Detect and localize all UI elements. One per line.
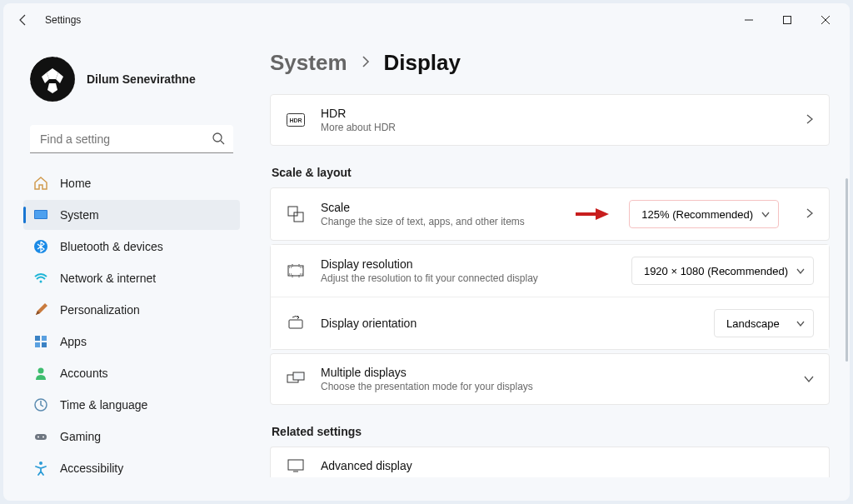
svg-point-21	[37, 437, 39, 438]
close-button[interactable]	[806, 7, 845, 33]
back-button[interactable]	[8, 5, 38, 35]
card-text: Display resolution Adjust the resolution…	[321, 257, 616, 284]
gamepad-icon	[33, 429, 48, 444]
scale-dropdown[interactable]: 125% (Recommended)	[629, 200, 779, 228]
nav-label: Accounts	[60, 367, 108, 380]
chevron-right-icon	[361, 56, 371, 71]
search-icon	[212, 132, 225, 148]
nav-label: Accessibility	[60, 462, 123, 475]
advanced-title: Advanced display	[321, 459, 814, 472]
svg-rect-27	[294, 212, 303, 222]
nav-label: Network & internet	[60, 272, 156, 285]
chevron-down-icon	[796, 317, 805, 330]
nav-label: Home	[60, 177, 91, 190]
settings-window: Settings Dilum Senevirathne	[3, 3, 850, 501]
nav-network[interactable]: Network & internet	[23, 263, 240, 293]
svg-line-9	[221, 141, 224, 144]
multiple-subtitle: Choose the presentation mode for your di…	[321, 381, 789, 392]
maximize-button[interactable]	[768, 7, 806, 33]
system-icon	[33, 207, 48, 222]
orientation-title: Display orientation	[321, 317, 699, 330]
svg-rect-29	[289, 320, 302, 328]
svg-point-13	[40, 281, 42, 283]
multiple-displays-icon	[286, 372, 306, 387]
hdr-icon: HDR	[286, 113, 306, 127]
advanced-display-row[interactable]: Advanced display	[270, 447, 830, 477]
nav-label: Time & language	[60, 398, 147, 412]
section-scale-layout: Scale & layout	[272, 166, 830, 179]
breadcrumb-current: Display	[384, 50, 461, 76]
multiple-title: Multiple displays	[321, 366, 789, 379]
search-input[interactable]	[30, 125, 233, 153]
resolution-icon	[286, 262, 306, 279]
sidebar: Dilum Senevirathne Home System	[3, 37, 250, 501]
nav-accounts[interactable]: Accounts	[23, 358, 240, 388]
search-box	[30, 125, 233, 153]
chevron-down-icon	[804, 372, 814, 387]
card-text: Display orientation	[321, 317, 699, 330]
svg-point-8	[213, 133, 222, 142]
scrollbar[interactable]	[846, 178, 848, 362]
resolution-row: Display resolution Adjust the resolution…	[271, 245, 829, 297]
person-icon	[33, 366, 48, 381]
svg-rect-14	[35, 336, 40, 341]
minimize-button[interactable]	[730, 7, 768, 33]
hdr-row[interactable]: HDR HDR More about HDR	[270, 94, 830, 146]
hdr-subtitle: More about HDR	[321, 122, 791, 133]
nav-bluetooth[interactable]: Bluetooth & devices	[23, 232, 240, 262]
svg-point-22	[42, 437, 44, 438]
chevron-down-icon	[761, 208, 770, 221]
content: Dilum Senevirathne Home System	[3, 37, 850, 501]
nav-label: System	[60, 208, 99, 222]
wifi-icon	[33, 271, 48, 286]
scale-row[interactable]: Scale Change the size of text, apps, and…	[270, 187, 830, 241]
nav-label: Apps	[60, 335, 87, 348]
section-related: Related settings	[272, 425, 830, 438]
profile-name: Dilum Senevirathne	[87, 72, 196, 86]
orientation-icon	[286, 315, 306, 332]
orientation-row: Display orientation Landscape	[271, 297, 829, 349]
main: System Display HDR HDR More about HDR Sc…	[250, 37, 850, 501]
annotation-arrow-icon	[576, 207, 609, 222]
nav: Home System Bluetooth & devices Network …	[23, 168, 240, 483]
bluetooth-icon	[33, 239, 48, 254]
nav-apps[interactable]: Apps	[23, 327, 240, 357]
resolution-dropdown[interactable]: 1920 × 1080 (Recommended)	[631, 257, 814, 285]
nav-gaming[interactable]: Gaming	[23, 422, 240, 452]
titlebar: Settings	[3, 3, 850, 37]
svg-rect-17	[42, 342, 47, 347]
avatar	[30, 57, 75, 102]
svg-text:HDR: HDR	[289, 117, 302, 123]
scale-title: Scale	[321, 201, 561, 214]
svg-rect-32	[288, 460, 303, 470]
card-text: Advanced display	[321, 459, 814, 472]
nav-label: Personalization	[60, 303, 140, 317]
card-text: Scale Change the size of text, apps, and…	[321, 201, 561, 227]
svg-rect-11	[35, 211, 47, 218]
orientation-dropdown[interactable]: Landscape	[714, 309, 814, 337]
apps-icon	[33, 334, 48, 349]
nav-label: Bluetooth & devices	[60, 240, 163, 253]
svg-rect-16	[35, 342, 40, 347]
profile[interactable]: Dilum Senevirathne	[23, 37, 240, 120]
breadcrumb-parent[interactable]: System	[270, 50, 347, 76]
breadcrumb: System Display	[270, 50, 830, 76]
multiple-displays-row[interactable]: Multiple displays Choose the presentatio…	[270, 353, 830, 405]
orientation-value: Landscape	[726, 317, 780, 330]
svg-point-23	[39, 462, 42, 465]
nav-personalization[interactable]: Personalization	[23, 295, 240, 325]
nav-label: Gaming	[60, 430, 101, 443]
svg-rect-26	[288, 207, 297, 216]
svg-rect-31	[293, 372, 304, 380]
chevron-right-icon	[806, 207, 814, 222]
chevron-down-icon	[796, 265, 805, 277]
resolution-value: 1920 × 1080 (Recommended)	[644, 265, 788, 277]
svg-point-18	[38, 368, 44, 374]
nav-home[interactable]: Home	[23, 168, 240, 198]
window-controls	[730, 7, 845, 33]
nav-system[interactable]: System	[23, 200, 240, 230]
nav-time-language[interactable]: Time & language	[23, 390, 240, 420]
nav-accessibility[interactable]: Accessibility	[23, 453, 240, 483]
chevron-right-icon	[806, 112, 814, 127]
scale-subtitle: Change the size of text, apps, and other…	[321, 216, 561, 227]
